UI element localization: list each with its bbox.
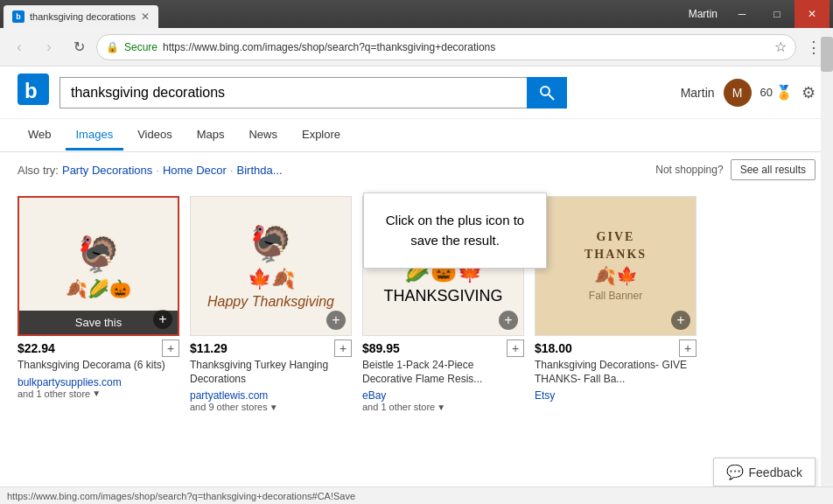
- nav-tabs: Web Images Videos Maps News Explore: [0, 119, 833, 152]
- url-text: https://www.bing.com/images/shop/search?…: [163, 41, 769, 53]
- not-shopping-label: Not shopping?: [655, 164, 723, 176]
- window-controls: ─ □ ✕: [724, 0, 830, 28]
- product-price-1: $22.94 +: [18, 340, 179, 357]
- product-store-4[interactable]: Etsy: [535, 389, 696, 402]
- add-product-button-1[interactable]: +: [162, 340, 179, 357]
- save-tooltip: Click on the plus icon to save the resul…: [363, 192, 547, 269]
- secure-label: Secure: [124, 41, 158, 53]
- forward-button[interactable]: ›: [37, 35, 61, 60]
- price-value-1: $22.94: [18, 341, 55, 355]
- tab-explore[interactable]: Explore: [291, 121, 351, 150]
- also-try-link-party[interactable]: Party Decorations: [62, 164, 152, 177]
- feedback-icon: 💬: [726, 464, 744, 480]
- also-try-link-home[interactable]: Home Decor: [163, 164, 227, 177]
- dot-separator-1: ·: [156, 164, 159, 177]
- product-card-4: GIVE THANKS 🍂🍁 Fall Banner + $18.00 + Th…: [535, 196, 696, 412]
- tab-news[interactable]: News: [238, 121, 288, 150]
- product-store-3[interactable]: eBay: [362, 389, 524, 402]
- navbar: ‹ › ↻ 🔒 Secure https://www.bing.com/imag…: [0, 28, 833, 66]
- back-button[interactable]: ‹: [7, 35, 32, 60]
- price-value-2: $11.29: [190, 341, 228, 355]
- also-try-label: Also try:: [18, 164, 59, 177]
- also-try-bar: Also try: Party Decorations · Home Decor…: [0, 152, 833, 187]
- product-image-2[interactable]: 🦃 🍁🍂 Happy Thanksgiving +: [190, 196, 352, 336]
- store-dropdown-3[interactable]: ▼: [437, 402, 445, 412]
- save-plus-icon-1[interactable]: +: [153, 310, 172, 329]
- search-input[interactable]: [60, 77, 527, 108]
- save-plus-icon-2[interactable]: +: [326, 311, 346, 330]
- add-product-button-2[interactable]: +: [334, 340, 352, 357]
- store-dropdown-2[interactable]: ▼: [270, 402, 278, 412]
- minimize-button[interactable]: ─: [724, 0, 760, 28]
- star-icon[interactable]: ☆: [774, 38, 787, 55]
- tab-area: b thanksgiving decorations ✕: [4, 0, 682, 28]
- browser-tab[interactable]: b thanksgiving decorations ✕: [4, 5, 158, 28]
- add-product-button-4[interactable]: +: [679, 340, 696, 357]
- also-try-link-birthday[interactable]: Birthda...: [237, 164, 283, 177]
- svg-line-3: [549, 94, 554, 100]
- bing-header: b Martin M 60 🏅 ⚙: [0, 66, 833, 119]
- product-name-2: Thanksgiving Turkey Hanging Decorations: [190, 359, 352, 386]
- points-badge: 60 🏅: [760, 84, 793, 101]
- product-name-1: Thanksgiving Decorama (6 kits): [18, 359, 179, 373]
- add-product-button-3[interactable]: +: [507, 340, 524, 357]
- product-image-4[interactable]: GIVE THANKS 🍂🍁 Fall Banner +: [535, 196, 696, 336]
- refresh-button[interactable]: ↻: [66, 35, 91, 60]
- product-name-4: Thanksgiving Decorations- GIVE THANKS- F…: [535, 359, 696, 386]
- status-url: https://www.bing.com/images/shop/search?…: [7, 491, 355, 501]
- price-value-3: $89.95: [362, 341, 400, 355]
- product-store-2[interactable]: partyatlewis.com: [190, 389, 352, 402]
- product-price-2: $11.29 +: [190, 340, 352, 357]
- lock-icon: 🔒: [106, 41, 119, 53]
- save-plus-icon-4[interactable]: +: [671, 311, 690, 330]
- svg-point-2: [541, 87, 550, 95]
- tab-videos[interactable]: Videos: [127, 121, 183, 150]
- dot-separator-2: ·: [230, 164, 234, 177]
- product-card-1: 🦃 🍂🌽🎃 Save this + $22.94 + Thanksgiving …: [18, 196, 179, 412]
- maximize-button[interactable]: □: [760, 0, 794, 28]
- product-card-2: 🦃 🍁🍂 Happy Thanksgiving + $11.29 + Thank…: [190, 196, 352, 412]
- scroll-thumb[interactable]: [821, 37, 833, 72]
- tab-images[interactable]: Images: [66, 121, 124, 150]
- close-tab-icon[interactable]: ✕: [141, 10, 150, 23]
- save-plus-icon-3[interactable]: +: [499, 311, 518, 330]
- product-store-1[interactable]: bulkpartysupplies.com: [18, 376, 179, 388]
- header-right: Martin M 60 🏅 ⚙: [681, 79, 816, 107]
- tab-title: thanksgiving decorations: [30, 11, 136, 22]
- address-bar[interactable]: 🔒 Secure https://www.bing.com/images/sho…: [96, 34, 796, 60]
- price-value-4: $18.00: [535, 341, 572, 355]
- search-box-container: [60, 77, 567, 108]
- product-store-extra-2: and 9 other stores ▼: [190, 402, 352, 412]
- product-image-1[interactable]: 🦃 🍂🌽🎃 Save this +: [18, 196, 179, 336]
- tab-web[interactable]: Web: [18, 121, 62, 150]
- tab-maps[interactable]: Maps: [186, 121, 235, 150]
- user-name-label: Martin: [681, 86, 715, 100]
- feedback-button[interactable]: 💬 Feedback: [713, 458, 816, 486]
- not-shopping: Not shopping? See all results: [655, 159, 816, 180]
- titlebar-user: Martin: [682, 8, 724, 20]
- svg-text:b: b: [24, 79, 37, 102]
- statusbar: https://www.bing.com/images/shop/search?…: [0, 486, 833, 504]
- product-price-3: $89.95 +: [362, 340, 524, 357]
- titlebar: b thanksgiving decorations ✕ Martin ─ □ …: [0, 0, 833, 28]
- bing-logo: b: [18, 74, 49, 112]
- product-store-extra-1: and 1 other store ▼: [18, 388, 179, 399]
- medal-icon: 🏅: [775, 84, 793, 101]
- search-button[interactable]: [527, 77, 567, 108]
- scrollbar[interactable]: [821, 28, 833, 504]
- tooltip-text: Click on the plus icon to save the resul…: [386, 213, 524, 248]
- feedback-label: Feedback: [749, 466, 802, 480]
- see-all-results-button[interactable]: See all results: [731, 159, 816, 180]
- user-avatar[interactable]: M: [724, 79, 752, 107]
- product-store-extra-3: and 1 other store ▼: [362, 402, 524, 412]
- close-button[interactable]: ✕: [794, 0, 830, 28]
- favicon: b: [12, 10, 24, 23]
- product-price-4: $18.00 +: [535, 340, 696, 357]
- settings-icon[interactable]: ⚙: [802, 83, 816, 102]
- points-value: 60: [760, 86, 773, 99]
- store-dropdown-1[interactable]: ▼: [92, 388, 101, 398]
- product-name-3: Beistle 1-Pack 24-Piece Decorative Flame…: [362, 359, 524, 386]
